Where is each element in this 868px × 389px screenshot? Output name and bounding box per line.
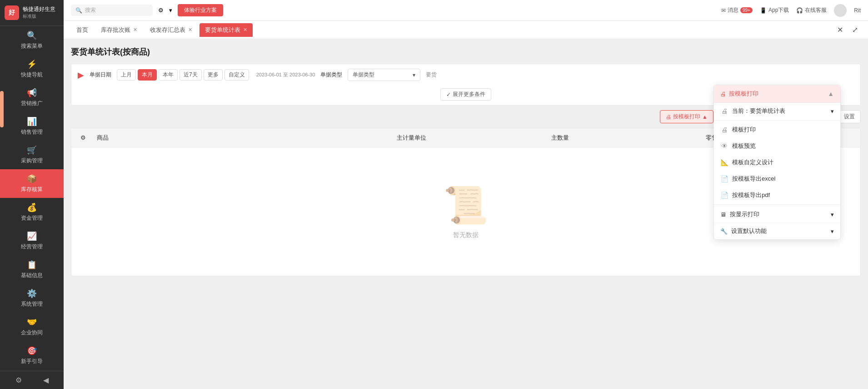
settings-icon[interactable]: ⚙ [158, 7, 164, 14]
date-btn-本月[interactable]: 本月 [138, 69, 157, 81]
dropdown-header-left: 🖨 按模板打印 [720, 90, 758, 98]
message-badge: 99+ [740, 7, 753, 13]
message-btn[interactable]: ✉ 消息 99+ [721, 6, 753, 14]
display-print-icon: 🖥 [720, 211, 726, 218]
guide-icon: 🎯 [27, 346, 37, 356]
date-range-btns: 上月本月本年近7天更多自定义 [117, 69, 249, 81]
search-icon: 🔍 [27, 30, 37, 40]
export-excel-icon: 📄 [720, 175, 728, 182]
expand-label: 展开更多条件 [453, 91, 485, 98]
tab-label-order-stats: 要货单统计表 [205, 26, 240, 34]
sidebar-item-shortcut[interactable]: ⚡快捷导航 [0, 55, 64, 83]
sidebar-item-search[interactable]: 🔍搜索菜单 [0, 26, 64, 55]
filter-expand-icon[interactable]: ▶ [78, 70, 84, 80]
app-download-btn[interactable]: 📱 App下载 [760, 6, 789, 14]
print-chevron: ▲ [702, 114, 708, 120]
display-print-chevron: ▾ [831, 211, 834, 218]
date-btn-上月[interactable]: 上月 [117, 69, 136, 81]
col-settings[interactable]: ⚙ [76, 134, 92, 141]
dropdown-current-item[interactable]: 🖨 当前：要货单统计表 ▾ [714, 103, 840, 119]
date-btn-本年[interactable]: 本年 [159, 69, 178, 81]
sidebar-item-label-search: 搜索菜单 [21, 42, 43, 50]
sidebar-item-label-system: 系统管理 [21, 300, 43, 308]
sidebar-item-label-marketing: 营销推广 [21, 100, 43, 107]
marketing-icon: 📢 [27, 88, 37, 98]
sidebar-footer: ⚙ ◀ [0, 371, 64, 389]
dropdown-header: 🖨 按模板打印 ▲ [714, 85, 840, 103]
collapse-footer-btn[interactable]: ◀ [43, 376, 49, 384]
template-preview-label: 模板预览 [732, 142, 756, 150]
sidebar-item-guide[interactable]: 🎯新手引导 [0, 341, 64, 370]
sidebar-item-label-finance: 资金管理 [21, 214, 43, 222]
dropdown-item-export-pdf[interactable]: 📄按模板导出pdf [714, 187, 840, 203]
system-icon: ⚙️ [27, 288, 37, 298]
message-icon: ✉ [721, 7, 726, 14]
template-print-label: 模板打印 [732, 126, 756, 134]
set-default-label: 设置默认功能 [731, 227, 767, 235]
dropdown-header-right: ▲ [828, 90, 834, 97]
top-search[interactable]: 🔍 搜索 [71, 5, 153, 16]
sidebar-item-inventory[interactable]: 📦库存核算 [0, 169, 64, 198]
sidebar-item-label-basic: 基础信息 [21, 272, 43, 279]
print-btn[interactable]: 🖨 按模板打印 ▲ [660, 110, 713, 123]
sidebar-item-finance[interactable]: 💰资金管理 [0, 198, 64, 227]
empty-icon: 📜 [443, 184, 489, 227]
dropdown-collapse-btn[interactable]: ▲ [828, 90, 834, 97]
app-download-label: App下载 [768, 6, 789, 14]
trial-btn[interactable]: 体验行业方案 [178, 4, 223, 16]
settings-btn[interactable]: 设置 [838, 110, 861, 123]
settings-footer-btn[interactable]: ⚙ [15, 376, 22, 384]
user-avatar[interactable] [834, 4, 847, 17]
dropdown-item-template-preview[interactable]: 👁模板预览 [714, 138, 840, 154]
sidebar-item-label-inventory: 库存核算 [21, 186, 43, 193]
date-btn-近7天[interactable]: 近7天 [180, 69, 202, 81]
date-btn-自定义[interactable]: 自定义 [224, 69, 249, 81]
dropdown-item-template-print[interactable]: 🖨模板打印 [714, 121, 840, 138]
sidebar-item-system[interactable]: ⚙️系统管理 [0, 284, 64, 313]
shortcut-icon: ⚡ [27, 59, 37, 69]
app-badge: 标准版 [23, 13, 55, 20]
tab-collect-account[interactable]: 收发存汇总表✕ [145, 23, 198, 37]
close-tab-btn[interactable]: ✕ [834, 25, 846, 35]
tab-label-collect-account: 收发存汇总表 [150, 26, 185, 34]
tab-close-order-stats[interactable]: ✕ [243, 27, 247, 33]
online-service-btn[interactable]: 🎧 在线客服 [796, 6, 827, 14]
sidebar-item-purchase[interactable]: 🛒采购管理 [0, 141, 64, 169]
sidebar-item-sales[interactable]: 📊销售管理 [0, 112, 64, 141]
current-label: 当前：要货单统计表 [732, 107, 785, 115]
search-icon: 🔍 [75, 7, 82, 14]
expand-tab-btn[interactable]: ⤢ [849, 25, 861, 35]
template-design-icon: 📐 [720, 159, 728, 166]
template-design-label: 模板自定义设计 [732, 158, 773, 167]
set-default-icon: 🔧 [720, 228, 728, 235]
sidebar-item-collab[interactable]: 🤝企业协同 [0, 313, 64, 341]
tab-close-collect-account[interactable]: ✕ [188, 27, 192, 33]
dropdown-item-export-excel[interactable]: 📄按模板导出excel [714, 171, 840, 187]
search-placeholder: 搜索 [85, 6, 96, 14]
tab-home[interactable]: 首页 [71, 23, 94, 37]
template-preview-icon: 👁 [720, 142, 728, 150]
sidebar-item-operation[interactable]: 📈经营管理 [0, 227, 64, 255]
tab-batch-account[interactable]: 库存批次账✕ [95, 23, 143, 37]
expand-more-btn[interactable]: ✓ 展开更多条件 [440, 88, 491, 101]
type-select[interactable]: 单据类型 ▾ [348, 69, 420, 81]
dropdown-popup: 🖨 按模板打印 ▲ 🖨 当前：要货单统计表 ▾ 🖨模板打印👁模板预览📐模板自定义… [713, 85, 841, 240]
sidebar-item-marketing[interactable]: 📢营销推广 [0, 83, 64, 112]
dropdown-groups: 🖥按显示打印▾🔧设置默认功能▾ [714, 206, 840, 239]
tab-actions: ✕⤢ [834, 25, 861, 35]
dropdown-arrow[interactable]: ▾ [169, 7, 172, 14]
logo-text-block: 畅捷通好生意 标准版 [23, 6, 55, 20]
dropdown-group-set-default[interactable]: 🔧设置默认功能▾ [714, 222, 840, 239]
tab-close-batch-account[interactable]: ✕ [133, 27, 137, 33]
dropdown-item-template-design[interactable]: 📐模板自定义设计 [714, 154, 840, 171]
dropdown-group-display-print[interactable]: 🖥按显示打印▾ [714, 206, 840, 222]
main-area: 🔍 搜索 ⚙ ▾ 体验行业方案 ✉ 消息 99+ 📱 App下载 🎧 在线客服 … [64, 0, 868, 389]
settings-label: 设置 [844, 113, 855, 121]
top-bar: 🔍 搜索 ⚙ ▾ 体验行业方案 ✉ 消息 99+ 📱 App下载 🎧 在线客服 … [64, 0, 868, 21]
order-qty-label: 要货 [426, 71, 437, 79]
sidebar-item-basic[interactable]: 📋基础信息 [0, 255, 64, 284]
tab-label-batch-account: 库存批次账 [101, 26, 130, 34]
tab-order-stats[interactable]: 要货单统计表✕ [200, 23, 253, 37]
date-btn-更多[interactable]: 更多 [204, 69, 223, 81]
right-scrollbar-thumb[interactable] [0, 91, 4, 127]
